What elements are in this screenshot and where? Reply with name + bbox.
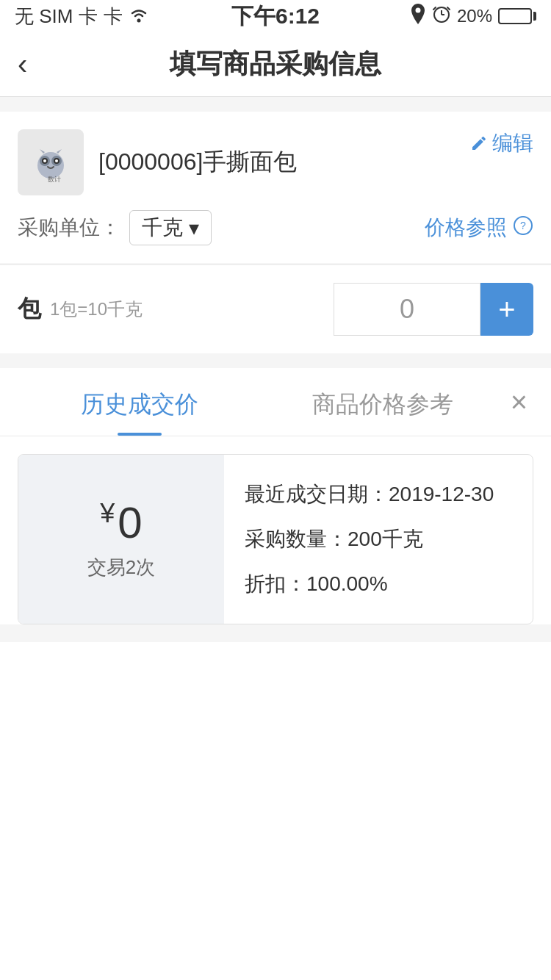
product-meta: 采购单位： 千克 ▾ 价格参照 ? xyxy=(18,210,533,245)
price-ref-button[interactable]: 价格参照 ? xyxy=(425,214,533,242)
edit-label: 编辑 xyxy=(492,129,533,157)
unit-selector[interactable]: 千克 ▾ xyxy=(129,210,212,245)
page-title: 填写商品采购信息 xyxy=(170,46,381,82)
svg-point-12 xyxy=(43,159,46,162)
quantity-control: 0 + xyxy=(334,283,533,336)
carrier-text: 无 SIM 卡 xyxy=(15,4,98,29)
battery-percent: 20% xyxy=(457,6,492,26)
price-card-left: ¥0 交易2次 xyxy=(18,455,224,624)
battery-icon xyxy=(498,8,536,24)
quantity-unit-badge: 包 xyxy=(18,293,41,325)
help-icon: ? xyxy=(513,215,533,241)
status-bar: 无 SIM 卡 卡 下午6:12 20% xyxy=(0,0,551,32)
status-left: 无 SIM 卡 卡 xyxy=(15,4,149,29)
currency-symbol: ¥ xyxy=(100,498,115,528)
product-header: 数计 [0000006]手撕面包 编辑 xyxy=(18,129,533,195)
edit-button[interactable]: 编辑 xyxy=(470,129,533,157)
price-amount: ¥0 xyxy=(100,499,142,547)
nav-bar: ‹ 填写商品采购信息 xyxy=(0,32,551,97)
product-thumbnail: 数计 xyxy=(18,129,84,195)
bottom-space xyxy=(0,642,551,980)
purchase-qty-row: 采购数量：200千克 xyxy=(245,523,512,556)
svg-text:数计: 数计 xyxy=(48,176,61,183)
svg-point-13 xyxy=(55,159,58,162)
quantity-value: 0 xyxy=(400,294,414,325)
tabs-section: 历史成交价 商品价格参考 × ¥0 交易2次 最近成交日期：2019-12-30… xyxy=(0,368,551,624)
quantity-sub-note: 1包=10千克 xyxy=(50,298,143,321)
transaction-count: 交易2次 xyxy=(87,555,155,580)
recent-date-label: 最近成交日期： xyxy=(245,483,389,505)
svg-text:?: ? xyxy=(520,220,526,231)
location-icon xyxy=(410,4,426,29)
quantity-section: 包 1包=10千克 0 + xyxy=(0,264,551,353)
price-value: 0 xyxy=(118,498,142,547)
discount-row: 折扣：100.00% xyxy=(245,568,512,601)
product-name: [0000006]手撕面包 xyxy=(98,146,297,179)
unit-label: 采购单位： xyxy=(18,214,120,242)
purchase-qty-label: 采购数量： xyxy=(245,527,347,550)
sim-icon: 卡 xyxy=(104,4,123,29)
unit-value: 千克 xyxy=(142,214,183,242)
unit-row: 采购单位： 千克 ▾ xyxy=(18,210,212,245)
price-card: ¥0 交易2次 最近成交日期：2019-12-30 采购数量：200千克 折扣：… xyxy=(18,454,533,624)
svg-line-5 xyxy=(433,7,436,10)
tab-history-price[interactable]: 历史成交价 xyxy=(18,368,261,436)
product-left: 数计 [0000006]手撕面包 xyxy=(18,129,297,195)
edit-icon xyxy=(470,134,488,152)
purchase-qty-value: 200千克 xyxy=(347,527,423,550)
status-right: 20% xyxy=(410,4,536,29)
recent-date-row: 最近成交日期：2019-12-30 xyxy=(245,478,512,511)
back-button[interactable]: ‹ xyxy=(18,48,39,81)
status-time: 下午6:12 xyxy=(231,1,320,32)
svg-point-7 xyxy=(37,152,64,179)
wifi-icon xyxy=(129,5,149,28)
discount-value: 100.00% xyxy=(306,572,388,595)
quantity-plus-button[interactable]: + xyxy=(480,283,533,336)
tabs-header: 历史成交价 商品价格参考 × xyxy=(0,368,551,436)
quantity-label: 包 1包=10千克 xyxy=(18,293,143,325)
tabs-close-button[interactable]: × xyxy=(505,386,533,419)
svg-line-6 xyxy=(447,7,450,10)
dropdown-arrow-icon: ▾ xyxy=(189,216,199,240)
svg-point-1 xyxy=(415,8,420,13)
svg-point-0 xyxy=(137,18,140,22)
tab-product-price-ref[interactable]: 商品价格参考 xyxy=(261,368,504,436)
tab-active-indicator xyxy=(118,433,162,436)
price-ref-label: 价格参照 xyxy=(425,214,507,242)
quantity-input[interactable]: 0 xyxy=(334,283,480,336)
product-card: 数计 [0000006]手撕面包 编辑 采购单位： 千克 ▾ 价格参照 ? xyxy=(0,112,551,263)
tab-price-ref-label: 商品价格参考 xyxy=(312,391,453,417)
tab-history-label: 历史成交价 xyxy=(81,391,198,417)
recent-date-value: 2019-12-30 xyxy=(389,483,494,505)
discount-label: 折扣： xyxy=(245,572,306,595)
alarm-icon xyxy=(432,4,451,28)
price-card-right: 最近成交日期：2019-12-30 采购数量：200千克 折扣：100.00% xyxy=(224,455,533,624)
